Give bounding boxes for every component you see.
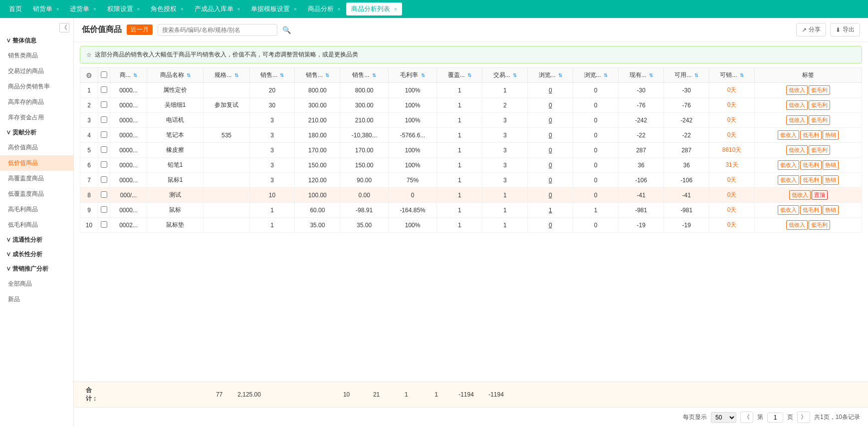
nav-role-close[interactable]: ×	[181, 6, 184, 12]
sidebar-item-low-profit[interactable]: 低毛利商品	[0, 217, 73, 233]
cell-browse1[interactable]: 0	[528, 128, 573, 143]
cell-checkbox[interactable]	[98, 158, 110, 173]
sidebar-group-marketing[interactable]: ∨ 营销推广分析	[0, 262, 73, 276]
nav-sales[interactable]: 销货单 ×	[28, 2, 64, 15]
sidebar-group-contribution[interactable]: ∨ 贡献分析	[0, 125, 73, 140]
per-page-select[interactable]: 50 100 200	[711, 412, 736, 423]
sidebar-item-high-coverage[interactable]: 高覆盖度商品	[0, 171, 73, 186]
col-s2-header: 销售... ⇅	[295, 68, 340, 83]
nav-template[interactable]: 单据模板设置 ×	[246, 2, 301, 15]
cell-checkbox[interactable]	[98, 218, 110, 233]
nav-template-close[interactable]: ×	[294, 6, 297, 12]
cell-trade: 1	[482, 203, 528, 218]
search-input[interactable]	[158, 24, 277, 36]
cell-sell: 0天	[709, 83, 755, 98]
row-checkbox[interactable]	[101, 221, 107, 228]
cell-checkbox[interactable]	[98, 128, 110, 143]
cell-checkbox[interactable]	[98, 203, 110, 218]
share-btn[interactable]: ↗ 分享	[796, 23, 826, 36]
sidebar-item-low-coverage[interactable]: 低覆盖度商品	[0, 186, 73, 202]
col-browse1-header: 浏览... ⇅	[528, 68, 573, 83]
nav-permission[interactable]: 权限设置 ×	[102, 2, 145, 15]
col-checkbox[interactable]	[98, 68, 110, 83]
row-checkbox[interactable]	[101, 131, 107, 138]
nav-home[interactable]: 首页	[4, 2, 27, 15]
row-checkbox[interactable]	[101, 86, 107, 93]
row-checkbox[interactable]	[101, 191, 107, 198]
sidebar-item-new-goods[interactable]: 新品	[0, 292, 73, 307]
nav-role[interactable]: 角色授权 ×	[146, 2, 188, 15]
sidebar-item-high-stock[interactable]: 高库存的商品	[0, 94, 73, 110]
sidebar-item-traded-goods[interactable]: 交易过的商品	[0, 63, 73, 79]
per-page-label: 每页显示	[683, 413, 707, 422]
sidebar-group-circulation[interactable]: ∨ 流通性分析	[0, 233, 73, 247]
next-page-btn[interactable]: 》	[797, 412, 810, 423]
export-btn[interactable]: ⬇ 导出	[830, 23, 860, 36]
nav-goods-analysis-close[interactable]: ×	[337, 6, 340, 12]
cell-browse1[interactable]: 1	[528, 203, 573, 218]
table-container[interactable]: ⚙ 商... ⇅ 商品名称 ⇅ 规格... ⇅ 销售... ⇅ 销售... ⇅ …	[74, 67, 868, 382]
nav-purchase-close[interactable]: ×	[93, 6, 96, 12]
cell-checkbox[interactable]	[98, 113, 110, 128]
nav-goods-analysis[interactable]: 商品分析 ×	[303, 2, 345, 15]
table-row: 2 0000... 吴细细1 参加复试 30 300.00 300.00 100…	[80, 98, 862, 113]
nav-purchase[interactable]: 进货单 ×	[65, 2, 101, 15]
nav-goods-list[interactable]: 商品分析列表 ×	[346, 2, 402, 15]
cell-browse1[interactable]: 0	[528, 143, 573, 158]
sidebar-item-high-profit[interactable]: 高毛利商品	[0, 202, 73, 217]
cell-checkbox[interactable]	[98, 83, 110, 98]
cell-avail: -242	[664, 113, 709, 128]
sidebar-item-high-value[interactable]: 高价值商品	[0, 140, 73, 155]
sidebar-item-sales-goods[interactable]: 销售类商品	[0, 48, 73, 63]
prev-page-btn[interactable]: 《	[740, 412, 753, 423]
cell-avail: -106	[664, 173, 709, 188]
sidebar-group-overall[interactable]: ∨ 整体信息	[0, 33, 73, 48]
cell-browse1[interactable]: 0	[528, 113, 573, 128]
tag: 低收入	[789, 190, 811, 200]
sidebar-collapse-btn[interactable]: 《	[59, 23, 69, 32]
cell-no: 8	[80, 188, 98, 203]
cell-sell: 0天	[709, 188, 755, 203]
cell-browse1[interactable]: 0	[528, 188, 573, 203]
cell-browse1[interactable]: 0	[528, 158, 573, 173]
cell-checkbox[interactable]	[98, 143, 110, 158]
search-icon[interactable]: 🔍	[282, 26, 291, 34]
row-checkbox[interactable]	[101, 146, 107, 153]
cell-checkbox[interactable]	[98, 188, 110, 203]
sidebar-item-stock-capital[interactable]: 库存资金占用	[0, 110, 73, 125]
select-all-checkbox[interactable]	[101, 71, 107, 78]
cell-no: 4	[80, 128, 98, 143]
nav-goods-list-close[interactable]: ×	[394, 6, 397, 12]
cell-tags: 低收入低毛利热销	[755, 128, 862, 143]
sidebar-item-category-rate[interactable]: 商品分类销售率	[0, 79, 73, 94]
cell-browse1[interactable]: 0	[528, 98, 573, 113]
page-input[interactable]	[767, 413, 783, 423]
sidebar-item-low-value[interactable]: 低价值商品	[0, 155, 73, 171]
row-checkbox[interactable]	[101, 161, 107, 168]
sidebar-group-growth[interactable]: ∨ 成长性分析	[0, 247, 73, 262]
cell-checkbox[interactable]	[98, 98, 110, 113]
cell-spec	[204, 158, 249, 173]
col-gear[interactable]: ⚙	[80, 68, 98, 83]
nav-product-in[interactable]: 产成品入库单 ×	[190, 2, 245, 15]
sidebar-item-all-goods[interactable]: 全部商品	[0, 276, 73, 292]
cell-checkbox[interactable]	[98, 173, 110, 188]
time-tag-btn[interactable]: 近一月	[127, 24, 153, 35]
cell-s1: 3	[249, 158, 295, 173]
nav-product-in-close[interactable]: ×	[237, 6, 240, 12]
nav-permission-close[interactable]: ×	[137, 6, 140, 12]
cell-browse1[interactable]: 0	[528, 173, 573, 188]
cell-stock: -30	[619, 83, 664, 98]
nav-sales-close[interactable]: ×	[56, 6, 59, 12]
content-area: 低价值商品 近一月 🔍 ↗ 分享 ⬇ 导出 ☆ 这部分商品的销售收入大幅低于商品…	[74, 18, 868, 427]
row-checkbox[interactable]	[101, 101, 107, 108]
cell-browse2: 0	[573, 218, 619, 233]
row-checkbox[interactable]	[101, 206, 107, 213]
cell-spec	[204, 83, 249, 98]
row-checkbox[interactable]	[101, 176, 107, 183]
row-checkbox[interactable]	[101, 116, 107, 123]
cell-browse1[interactable]: 0	[528, 218, 573, 233]
cell-no: 1	[80, 83, 98, 98]
cell-browse1[interactable]: 0	[528, 83, 573, 98]
cell-s2: 60.00	[295, 203, 340, 218]
